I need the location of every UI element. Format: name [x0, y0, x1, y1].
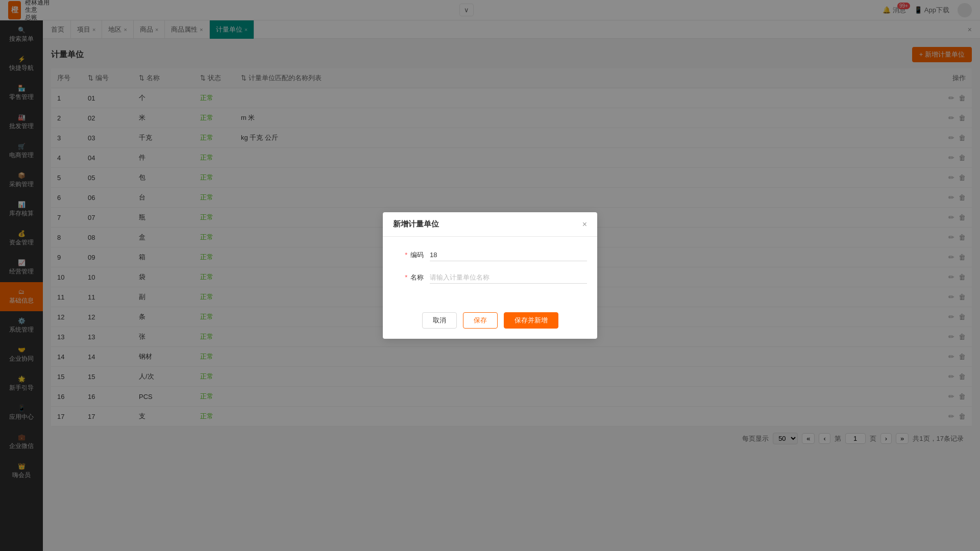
form-row-name: * 名称 — [393, 271, 587, 284]
modal-overlay[interactable]: 新增计量单位 × * 编码 * 名称 取消 保存 保存并新增 — [0, 0, 980, 551]
add-unit-modal: 新增计量单位 × * 编码 * 名称 取消 保存 保存并新增 — [383, 212, 597, 339]
cancel-button[interactable]: 取消 — [422, 312, 457, 329]
name-input[interactable] — [430, 271, 587, 284]
form-row-code: * 编码 — [393, 249, 587, 261]
modal-title: 新增计量单位 — [393, 219, 439, 229]
name-label: * 名称 — [393, 273, 424, 282]
code-input[interactable] — [430, 249, 587, 261]
modal-header: 新增计量单位 × — [383, 212, 597, 237]
modal-close-button[interactable]: × — [582, 220, 587, 229]
save-button[interactable]: 保存 — [463, 312, 498, 329]
modal-footer: 取消 保存 保存并新增 — [383, 306, 597, 339]
save-new-button[interactable]: 保存并新增 — [504, 312, 558, 329]
code-label: * 编码 — [393, 251, 424, 260]
modal-body: * 编码 * 名称 — [383, 237, 597, 306]
